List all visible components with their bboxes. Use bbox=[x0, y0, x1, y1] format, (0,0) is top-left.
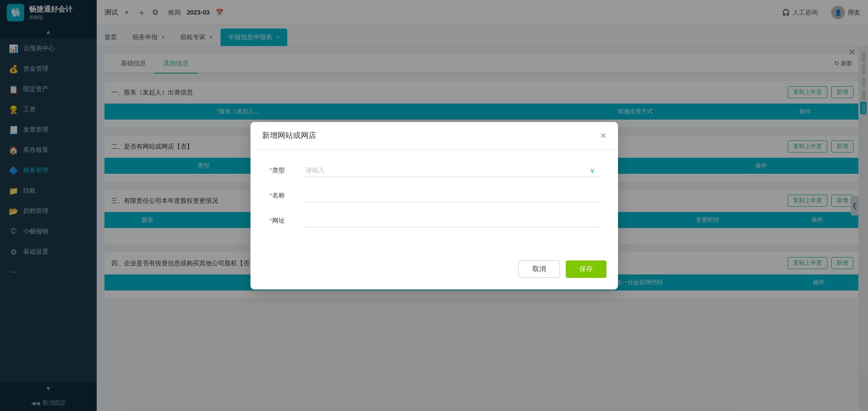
url-label-text: 网址 bbox=[272, 217, 285, 224]
dialog-footer: 取消 保存 bbox=[250, 253, 618, 289]
dialog-close-button[interactable]: × bbox=[601, 131, 606, 140]
url-input-wrap bbox=[304, 214, 599, 228]
type-dropdown-icon[interactable]: ∨ bbox=[590, 167, 595, 174]
name-label: *名称 bbox=[270, 191, 304, 200]
form-row-name: *名称 bbox=[270, 189, 599, 202]
url-label: *网址 bbox=[270, 216, 304, 225]
name-label-text: 名称 bbox=[272, 192, 285, 199]
form-row-url: *网址 bbox=[270, 214, 599, 228]
type-input[interactable] bbox=[304, 164, 599, 177]
cancel-button[interactable]: 取消 bbox=[518, 260, 560, 278]
type-input-wrap: ∨ bbox=[304, 164, 599, 177]
dialog-overlay: 新增网站或网店 × *类型 ∨ *名称 bbox=[0, 0, 868, 411]
dialog-header: 新增网站或网店 × bbox=[250, 122, 618, 150]
save-button[interactable]: 保存 bbox=[566, 260, 606, 278]
type-label-text: 类型 bbox=[272, 167, 285, 174]
dialog-title: 新增网站或网店 bbox=[262, 131, 316, 141]
dialog-body: *类型 ∨ *名称 *网址 bbox=[250, 150, 618, 253]
url-input[interactable] bbox=[304, 214, 599, 228]
name-input[interactable] bbox=[304, 189, 599, 202]
name-input-wrap bbox=[304, 189, 599, 202]
form-row-type: *类型 ∨ bbox=[270, 164, 599, 177]
add-website-dialog: 新增网站或网店 × *类型 ∨ *名称 bbox=[250, 122, 618, 289]
type-label: *类型 bbox=[270, 166, 304, 175]
